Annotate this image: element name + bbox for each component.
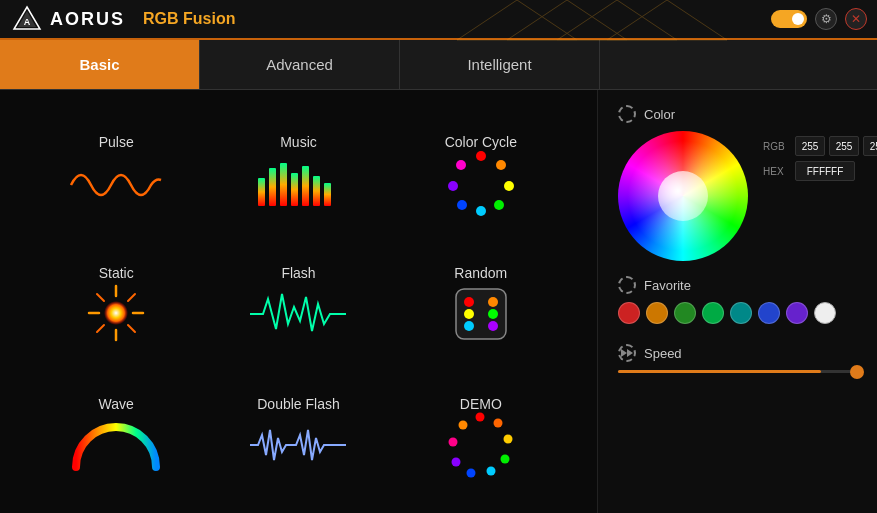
rgb-hex-panel: RGB HEX	[763, 136, 877, 181]
fav-color-0[interactable]	[618, 302, 640, 324]
mode-grid: Pulse Music	[0, 90, 597, 513]
speed-track	[618, 370, 857, 373]
svg-rect-12	[313, 176, 320, 206]
fav-color-7[interactable]	[814, 302, 836, 324]
speed-slider-container	[618, 370, 857, 373]
mode-demo[interactable]: DEMO	[395, 372, 567, 493]
svg-point-36	[464, 321, 474, 331]
svg-rect-10	[291, 173, 298, 206]
right-panel: Color RGB HEX	[597, 90, 877, 513]
rgb-row: RGB	[763, 136, 877, 156]
fav-color-5[interactable]	[758, 302, 780, 324]
svg-point-14	[476, 151, 486, 161]
svg-line-28	[128, 325, 135, 332]
fav-color-4[interactable]	[730, 302, 752, 324]
favorite-section-label: Favorite	[618, 276, 857, 294]
pulse-icon	[66, 158, 166, 208]
speed-section: Speed	[618, 344, 857, 373]
svg-point-21	[456, 160, 466, 170]
mode-static[interactable]: Static	[30, 241, 202, 362]
color-cycle-icon	[446, 158, 516, 208]
header-controls: ⚙ ✕	[771, 8, 867, 30]
close-button[interactable]: ✕	[845, 8, 867, 30]
hex-input[interactable]	[795, 161, 855, 181]
svg-point-46	[459, 421, 468, 430]
svg-rect-13	[324, 183, 331, 206]
speed-fill	[618, 370, 821, 373]
svg-point-17	[494, 200, 504, 210]
svg-point-34	[464, 309, 474, 319]
mode-double-flash[interactable]: Double Flash	[212, 372, 384, 493]
svg-point-20	[448, 181, 458, 191]
svg-marker-4	[507, 0, 627, 40]
tab-bar: Basic Advanced Intelligent	[0, 40, 877, 90]
svg-marker-3	[457, 0, 577, 40]
svg-line-29	[128, 294, 135, 301]
mode-flash-label: Flash	[281, 265, 315, 281]
mode-music-label: Music	[280, 134, 317, 150]
svg-text:A: A	[24, 17, 31, 27]
tab-advanced[interactable]: Advanced	[200, 40, 400, 89]
svg-point-42	[487, 467, 496, 476]
color-section: Color RGB HEX	[618, 105, 857, 261]
hex-row: HEX	[763, 161, 877, 181]
svg-marker-48	[627, 349, 633, 357]
speed-section-icon	[618, 344, 636, 362]
logo-area: A AORUS RGB Fusion	[12, 5, 235, 33]
fav-color-3[interactable]	[702, 302, 724, 324]
svg-rect-31	[456, 289, 506, 339]
close-icon: ✕	[851, 12, 861, 26]
svg-point-18	[476, 206, 486, 216]
rgb-label: RGB	[763, 141, 791, 152]
demo-icon	[443, 420, 518, 470]
tab-basic[interactable]: Basic	[0, 40, 200, 89]
tab-intelligent[interactable]: Intelligent	[400, 40, 600, 89]
header-decoration	[457, 0, 757, 40]
speed-icon	[619, 345, 635, 361]
hex-label: HEX	[763, 166, 791, 177]
svg-rect-7	[258, 178, 265, 206]
color-section-icon	[618, 105, 636, 123]
fav-color-1[interactable]	[646, 302, 668, 324]
green-input[interactable]	[829, 136, 859, 156]
svg-point-16	[504, 181, 514, 191]
mode-pulse[interactable]: Pulse	[30, 110, 202, 231]
mode-wave[interactable]: Wave	[30, 372, 202, 493]
settings-button[interactable]: ⚙	[815, 8, 837, 30]
color-wheel[interactable]	[618, 131, 748, 261]
random-icon	[451, 289, 511, 339]
svg-point-35	[488, 309, 498, 319]
favorite-colors	[618, 302, 857, 324]
svg-line-30	[97, 325, 104, 332]
mode-random[interactable]: Random	[395, 241, 567, 362]
mode-color-cycle[interactable]: Color Cycle	[395, 110, 567, 231]
app-title: RGB Fusion	[143, 10, 235, 28]
mode-wave-label: Wave	[99, 396, 134, 412]
svg-line-27	[97, 294, 104, 301]
power-toggle[interactable]	[771, 10, 807, 28]
svg-point-15	[496, 160, 506, 170]
mode-flash[interactable]: Flash	[212, 241, 384, 362]
svg-point-39	[494, 419, 503, 428]
svg-marker-47	[621, 349, 627, 357]
red-input[interactable]	[795, 136, 825, 156]
logo-text: AORUS	[50, 9, 125, 30]
favorite-section-icon	[618, 276, 636, 294]
mode-music[interactable]: Music	[212, 110, 384, 231]
fav-color-2[interactable]	[674, 302, 696, 324]
svg-point-32	[464, 297, 474, 307]
speed-thumb[interactable]	[850, 365, 864, 379]
svg-point-38	[476, 413, 485, 422]
mode-pulse-label: Pulse	[99, 134, 134, 150]
gear-icon: ⚙	[821, 12, 832, 26]
svg-rect-8	[269, 168, 276, 206]
blue-input[interactable]	[863, 136, 877, 156]
svg-rect-11	[302, 166, 309, 206]
svg-marker-5	[557, 0, 677, 40]
wave-icon	[66, 420, 166, 470]
svg-point-37	[488, 321, 498, 331]
music-icon	[253, 158, 343, 208]
svg-point-44	[452, 458, 461, 467]
flash-icon	[248, 289, 348, 339]
fav-color-6[interactable]	[786, 302, 808, 324]
